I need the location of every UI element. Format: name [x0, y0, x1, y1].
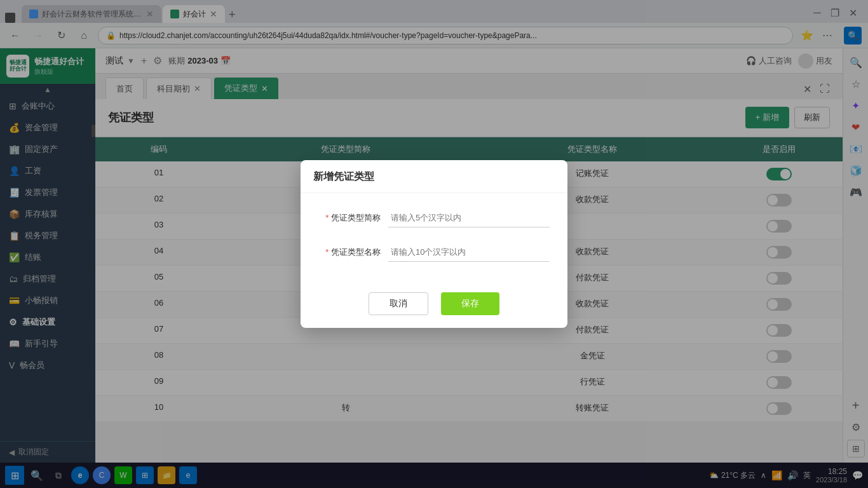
save-button[interactable]: 保存 — [441, 292, 499, 315]
modal-header: 新增凭证类型 — [301, 160, 567, 193]
cancel-button[interactable]: 取消 — [369, 292, 428, 315]
name-label: * 凭证类型名称 — [318, 247, 388, 258]
abbr-label: * 凭证类型简称 — [318, 212, 388, 224]
form-row-abbr: * 凭证类型简称 — [318, 208, 550, 227]
abbr-input[interactable] — [388, 208, 550, 227]
modal-dialog: 新增凭证类型 * 凭证类型简称 * 凭证类型名称 取消 保存 — [301, 160, 567, 328]
modal-footer: 取消 保存 — [301, 287, 567, 328]
form-row-name: * 凭证类型名称 — [318, 243, 550, 262]
modal-body: * 凭证类型简称 * 凭证类型名称 — [301, 193, 567, 287]
name-input[interactable] — [388, 243, 550, 262]
modal-overlay: 新增凭证类型 * 凭证类型简称 * 凭证类型名称 取消 保存 — [0, 0, 868, 488]
